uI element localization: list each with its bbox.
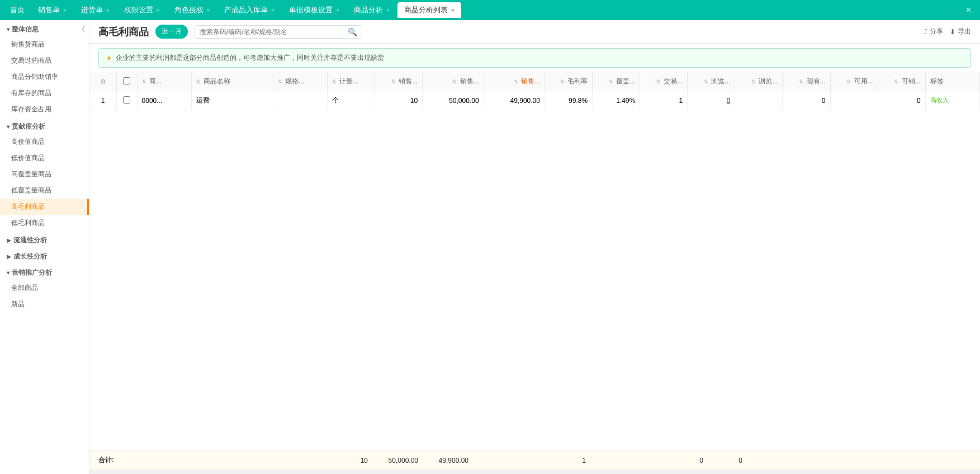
nav-tab-permission[interactable]: 权限设置 × xyxy=(117,2,167,18)
th-sale-amount2[interactable]: ⇅ 销售... xyxy=(484,72,545,91)
nav-tab-sales[interactable]: 销售单 × xyxy=(31,2,73,18)
td-stock1: 0 xyxy=(783,91,830,110)
th-sale-able-label: 可销... xyxy=(902,77,921,85)
nav-home[interactable]: 首页 xyxy=(4,5,30,15)
th-spec[interactable]: ⇅ 规格... xyxy=(273,72,327,91)
nav-tab-permission-close[interactable]: × xyxy=(157,7,160,13)
row-tag: 高收入 xyxy=(930,97,949,104)
horizontal-scrollbar[interactable] xyxy=(89,470,980,474)
select-all-checkbox[interactable] xyxy=(123,77,130,85)
th-sale-able[interactable]: ⇅ 可销... xyxy=(878,72,925,91)
td-num: 1 xyxy=(89,91,117,110)
sidebar-item-traded-goods[interactable]: 交易过的商品 xyxy=(0,53,89,69)
sidebar-item-low-value[interactable]: 低价值商品 xyxy=(0,150,89,166)
main-layout: 《 ▾ 整体信息 销售货商品 交易过的商品 商品分销助销率 有库存的商品 库存资… xyxy=(0,20,980,474)
sort-icon-sale-amount2: ⇅ xyxy=(514,79,518,85)
sidebar-item-stock-fund[interactable]: 库存资金占用 xyxy=(0,101,89,118)
sidebar-item-low-cover[interactable]: 低覆盖量商品 xyxy=(0,182,89,199)
th-name[interactable]: ⇅ 商品名称 xyxy=(191,72,273,91)
filter-recent-month-btn[interactable]: 近一月 xyxy=(155,25,188,39)
footer-spacer5 xyxy=(473,457,512,464)
th-stock1[interactable]: ⇅ 现有... xyxy=(783,72,830,91)
sort-icon-sale-able: ⇅ xyxy=(894,79,898,85)
sidebar-item-high-margin[interactable]: 高毛利商品 xyxy=(0,199,89,215)
td-sale-amount2: 49,900.00 xyxy=(484,91,545,110)
row-num: 1 xyxy=(101,97,105,105)
th-trade[interactable]: ⇅ 交易... xyxy=(640,72,688,91)
sidebar-group-circulation[interactable]: ▶ 流通性分析 xyxy=(0,231,89,247)
td-sale-amount: 50,000.00 xyxy=(423,91,484,110)
nav-tab-inbound[interactable]: 产成品入库单 × xyxy=(217,2,281,18)
sidebar-group-overall[interactable]: ▾ 整体信息 xyxy=(0,20,89,36)
content-area: 高毛利商品 近一月 🔍 ⤴ 分享 ⬇ 导出 xyxy=(89,20,980,474)
sidebar-item-sales-goods[interactable]: 销售货商品 xyxy=(0,36,89,53)
nav-tab-inbound-label: 产成品入库单 xyxy=(224,5,268,15)
growth-arrow-icon: ▶ xyxy=(7,254,11,260)
th-sale-amount[interactable]: ⇅ 销售... xyxy=(423,72,484,91)
growth-group-label: 成长性分析 xyxy=(13,252,47,261)
th-trade-label: 交易... xyxy=(664,77,683,85)
row-sale-amount: 50,000.00 xyxy=(449,97,479,105)
th-stock2[interactable]: ⇅ 可用... xyxy=(830,72,878,91)
nav-tab-template[interactable]: 单据模板设置 × xyxy=(282,2,346,18)
nav-tab-analysis-list-close[interactable]: × xyxy=(451,7,455,13)
nav-tab-template-close[interactable]: × xyxy=(336,7,339,13)
sidebar: 《 ▾ 整体信息 销售货商品 交易过的商品 商品分销助销率 有库存的商品 库存资… xyxy=(0,20,89,474)
sort-icon-stock1: ⇅ xyxy=(799,79,803,85)
th-margin[interactable]: ⇅ 毛利率 xyxy=(545,72,592,91)
sidebar-item-all-goods-label: 全部商品 xyxy=(11,284,38,292)
overall-arrow-icon: ▾ xyxy=(7,26,10,32)
settings-icon[interactable]: ⚙ xyxy=(100,78,106,86)
sidebar-collapse-btn[interactable]: 《 xyxy=(78,25,86,35)
sidebar-item-distribution[interactable]: 商品分销助销率 xyxy=(0,69,89,85)
row-code: 0000... xyxy=(142,97,163,105)
sidebar-item-high-cover[interactable]: 高覆盖量商品 xyxy=(0,166,89,182)
nav-tab-sales-close[interactable]: × xyxy=(63,7,67,13)
nav-tab-role-close[interactable]: × xyxy=(207,7,210,13)
nav-tab-analysis[interactable]: 商品分析 × xyxy=(347,2,396,18)
sidebar-item-all-goods[interactable]: 全部商品 xyxy=(0,280,89,296)
footer-stock2: 0 xyxy=(708,457,747,464)
sidebar-group-growth[interactable]: ▶ 成长性分析 xyxy=(0,247,89,264)
row-browse1[interactable]: 0 xyxy=(727,97,731,105)
nav-tab-purchase[interactable]: 进货单 × xyxy=(74,2,116,18)
td-sale-able: 0 xyxy=(878,91,925,110)
nav-tab-role[interactable]: 角色授权 × xyxy=(168,2,217,18)
td-spec xyxy=(273,91,327,110)
td-browse1[interactable]: 0 xyxy=(688,91,735,110)
td-margin: 99.8% xyxy=(545,91,592,110)
row-checkbox[interactable] xyxy=(123,96,130,104)
sidebar-item-high-value[interactable]: 高价值商品 xyxy=(0,134,89,150)
footer-total: 合计: 10 50,000.00 49,900.00 1 0 0 xyxy=(89,450,980,470)
close-all-tabs[interactable]: × xyxy=(962,5,976,15)
sidebar-item-in-stock[interactable]: 有库存的商品 xyxy=(0,85,89,101)
td-check[interactable] xyxy=(117,91,137,110)
table-container[interactable]: ⚙ ⇅ 商... ⇅ 商品名称 xyxy=(89,72,980,450)
footer-spacer7 xyxy=(590,457,629,464)
sidebar-item-high-margin-label: 高毛利商品 xyxy=(11,203,45,210)
nav-tab-analysis-list[interactable]: 商品分析列表 × xyxy=(397,2,461,18)
row-cover: 1.49% xyxy=(616,97,635,105)
th-check xyxy=(117,72,137,91)
th-code[interactable]: ⇅ 商... xyxy=(137,72,191,91)
th-browse1[interactable]: ⇅ 浏览... xyxy=(688,72,735,91)
sidebar-item-high-value-label: 高价值商品 xyxy=(11,138,45,146)
export-btn[interactable]: ⬇ 导出 xyxy=(950,27,971,36)
th-browse2[interactable]: ⇅ 浏览... xyxy=(735,72,783,91)
sidebar-item-new-goods[interactable]: 新品 xyxy=(0,296,89,312)
nav-tab-inbound-close[interactable]: × xyxy=(271,7,274,13)
nav-tab-analysis-close[interactable]: × xyxy=(386,7,390,13)
th-sale-qty[interactable]: ⇅ 销售... xyxy=(375,72,423,91)
th-unit[interactable]: ⇅ 计量... xyxy=(327,72,375,91)
top-nav: 首页 销售单 × 进货单 × 权限设置 × 角色授权 × 产成品入库单 × 单据… xyxy=(0,0,980,20)
search-icon[interactable]: 🔍 xyxy=(348,27,357,36)
sidebar-item-low-margin[interactable]: 低毛利商品 xyxy=(0,215,89,231)
header-actions: ⤴ 分享 ⬇ 导出 xyxy=(924,27,971,36)
td-tag: 高收入 xyxy=(925,91,979,110)
nav-tab-purchase-close[interactable]: × xyxy=(106,7,110,13)
sidebar-group-contribution[interactable]: ▾ 贡献度分析 xyxy=(0,118,89,134)
th-cover[interactable]: ⇅ 覆盖... xyxy=(593,72,640,91)
search-input[interactable] xyxy=(200,28,345,36)
share-btn[interactable]: ⤴ 分享 xyxy=(924,27,943,36)
sidebar-group-marketing[interactable]: ▾ 营销推广分析 xyxy=(0,264,89,280)
